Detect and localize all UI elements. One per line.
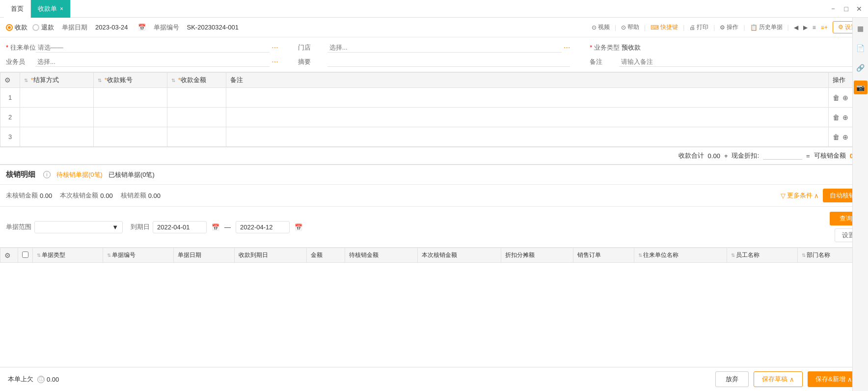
top-toolbar: 收款 退款 单据日期 2023-03-24 📅 单据编号 SK-20230324… (0, 18, 868, 37)
summary-input[interactable] (327, 57, 570, 67)
row-1-delete-icon[interactable]: 🗑 (833, 94, 840, 102)
right-sidebar: ▦ 📄 🔗 📷 (852, 18, 868, 391)
sort-settlement-icon: ⇅ (24, 78, 28, 83)
sidebar-camera-icon[interactable]: 📷 (854, 81, 868, 94)
sidebar-doc-icon[interactable]: 📄 (854, 41, 868, 55)
nav-next-icon[interactable]: ▶ (803, 24, 808, 31)
row-2-delete-icon[interactable]: 🗑 (833, 113, 840, 121)
doc-date-value: 2023-03-24 (95, 24, 128, 31)
print-btn[interactable]: 🖨 打印 (689, 23, 708, 31)
store-more-icon[interactable]: ··· (564, 44, 570, 52)
select-all-checkbox[interactable] (22, 251, 28, 258)
operate-btn[interactable]: ⚙ 操作 (720, 23, 738, 31)
row-1-settlement[interactable] (20, 88, 94, 108)
date-to-input[interactable] (236, 221, 290, 233)
range-chevron-icon: ▼ (112, 223, 118, 231)
row-2-settlement[interactable] (20, 108, 94, 127)
summary-field: 摘要 (298, 57, 570, 67)
form-row-2: 业务员 ··· 摘要 备注 (6, 57, 862, 67)
row-3-note[interactable] (226, 127, 829, 147)
window-controls: － □ ✕ (828, 4, 864, 13)
save-draft-button[interactable]: 保存草稿 ∧ (754, 371, 803, 387)
draft-chevron-icon: ∧ (789, 376, 794, 383)
receipt-table-section: ⚙ ⇅ *结算方式 ⇅ *收款账号 ⇅ *收款金额 备注 操作 (0, 72, 868, 147)
stat-current: 本次核销金额 0.00 (60, 191, 112, 200)
salesperson-more-icon[interactable]: ··· (271, 58, 278, 66)
page-footer: 本单上欠 ⓘ 0.00 放弃 保存草稿 ∧ 保存&新增 ∧ (0, 367, 868, 391)
maximize-button[interactable]: □ (842, 5, 850, 13)
verify-header: 核销明细 i 待核销单据(0笔) 已核销单据(0笔) (0, 165, 868, 185)
date-from-input[interactable] (153, 221, 207, 233)
range-select[interactable]: ▼ (34, 221, 123, 233)
row-3-amount[interactable] (167, 127, 226, 147)
salesperson-input[interactable] (35, 57, 270, 67)
operate-label: 操作 (727, 23, 738, 31)
bt-col-current: 本次核销金额 (417, 248, 501, 263)
row-3-copy-icon[interactable]: ⊕ (842, 133, 848, 141)
receipt-radio[interactable]: 收款 (6, 23, 27, 32)
tab-bar: 首页 收款单 × － □ ✕ (0, 0, 868, 18)
tab-home[interactable]: 首页 (4, 0, 31, 18)
history-label: 历史单据 (759, 23, 783, 31)
list-add-icon[interactable]: ≡+ (821, 24, 828, 31)
col-note: 备注 (226, 73, 829, 88)
row-2-account[interactable] (94, 108, 167, 127)
row-1-copy-icon[interactable]: ⊕ (842, 94, 848, 102)
stat-diff-label: 核销差额 (121, 191, 146, 200)
list-view-icon[interactable]: ≡ (813, 24, 816, 31)
bt-col-sales-order: 销售订单 (573, 248, 634, 263)
row-3-account[interactable] (94, 127, 167, 147)
refund-radio[interactable]: 退款 (32, 23, 54, 32)
save-draft-label: 保存草稿 (762, 375, 787, 384)
row-2-amount[interactable] (167, 108, 226, 127)
sidebar-link-icon[interactable]: 🔗 (854, 61, 868, 75)
store-input[interactable] (327, 43, 562, 53)
minimize-button[interactable]: － (828, 4, 839, 13)
row-2-note[interactable] (226, 108, 829, 127)
row-1-note[interactable] (226, 88, 829, 108)
doc-date-label: 单据日期 (62, 23, 87, 32)
business-type-value: 预收款 (620, 42, 857, 53)
video-btn[interactable]: ⊙ 视频 (592, 23, 610, 31)
bt-col-pending: 待核销金额 (345, 248, 417, 263)
bt-settings-icon[interactable]: ⚙ (4, 251, 11, 259)
help-btn[interactable]: ⊙ 帮助 (621, 23, 639, 31)
tab-close-icon[interactable]: × (60, 5, 63, 12)
divider-2: | (644, 24, 646, 31)
main-content: 收款 退款 单据日期 2023-03-24 📅 单据编号 SK-20230324… (0, 18, 868, 391)
sort-amount-icon: ⇅ (171, 78, 175, 83)
this-order-info-icon[interactable]: ⓘ (37, 376, 45, 383)
bottom-table-section: ⚙ ⇅单据类型 ⇅单据编号 单据日期 收款到期日 金额 (0, 248, 868, 263)
doc-date-calendar-icon[interactable]: 📅 (138, 24, 146, 31)
row-3-delete-icon[interactable]: 🗑 (833, 133, 840, 141)
close-button[interactable]: ✕ (854, 5, 864, 13)
available-label: 可核销金额 (814, 151, 846, 160)
date-to-calendar-icon[interactable]: 📅 (295, 223, 302, 231)
row-2-copy-icon[interactable]: ⊕ (842, 113, 848, 121)
note-input[interactable] (619, 57, 862, 67)
counterparty-input[interactable] (36, 43, 270, 53)
counterparty-more-icon[interactable]: ··· (271, 44, 278, 52)
nav-prev-icon[interactable]: ◀ (794, 24, 798, 31)
note-field: 备注 (590, 57, 862, 67)
done-tab[interactable]: 已核销单据(0笔) (108, 170, 155, 179)
this-order-label: 本单上欠 (8, 375, 33, 384)
pending-tab[interactable]: 待核销单据(0笔) (56, 170, 103, 179)
row-1-amount[interactable] (167, 88, 226, 108)
tab-receipt[interactable]: 收款单 × (31, 0, 71, 18)
history-btn[interactable]: 📋 历史单据 (750, 23, 783, 31)
bt-col-doc-no: ⇅单据编号 (103, 248, 173, 263)
more-conditions-btn[interactable]: ▽ 更多条件 ∧ (781, 191, 819, 200)
shortcut-btn[interactable]: ⌨ 快捷键 (651, 23, 678, 31)
discount-input[interactable] (763, 152, 802, 160)
table-row: 1 🗑 ⊕ (0, 88, 868, 108)
counterparty-field: 往来单位 ··· (6, 43, 278, 53)
row-3-settlement[interactable] (20, 127, 94, 147)
row-1-account[interactable] (94, 88, 167, 108)
table-footer: 收款合计 0.00 + 现金折扣: = 可核销金额 0.00 (0, 147, 868, 165)
shortcut-label: 快捷键 (660, 23, 678, 31)
verify-info-icon[interactable]: i (43, 171, 51, 178)
table-settings-icon[interactable]: ⚙ (4, 76, 11, 84)
abandon-button[interactable]: 放弃 (715, 371, 749, 387)
sidebar-grid-icon[interactable]: ▦ (854, 22, 868, 35)
